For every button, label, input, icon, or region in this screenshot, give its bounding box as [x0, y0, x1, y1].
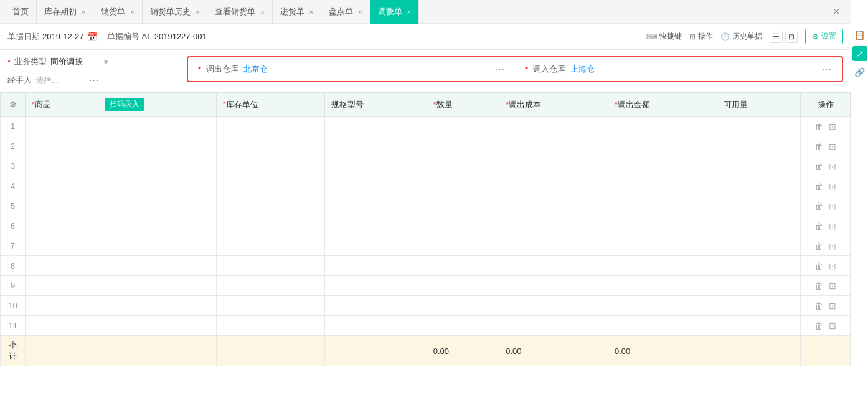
cell-qty — [427, 236, 499, 256]
cell-spec — [325, 276, 427, 296]
cell-qty — [427, 176, 499, 196]
cell-amount — [608, 236, 717, 256]
cell-product[interactable] — [26, 117, 98, 136]
delete-icon[interactable]: 🗑 — [814, 181, 823, 191]
copy-icon[interactable]: ⊡ — [829, 301, 836, 311]
copy-icon[interactable]: ⊡ — [829, 221, 836, 231]
table-row: 8 🗑 ⊡ — [1, 256, 851, 276]
cell-product[interactable] — [26, 176, 98, 196]
table-row: 2 🗑 ⊡ — [1, 136, 851, 156]
tab-sales-history[interactable]: 销货单历史 × — [143, 0, 207, 24]
delete-icon[interactable]: 🗑 — [814, 321, 823, 331]
cell-ops: 🗑 ⊡ — [801, 236, 851, 256]
calendar-icon[interactable]: 📅 — [87, 32, 97, 42]
cell-spec — [325, 196, 427, 216]
table-row: 9 🗑 ⊡ — [1, 276, 851, 296]
close-icon[interactable]: × — [407, 8, 411, 16]
layout-list-icon[interactable]: ☰ — [770, 31, 783, 43]
doc-no-label: 单据编号 — [107, 31, 139, 42]
copy-icon[interactable]: ⊡ — [829, 121, 836, 131]
tab-stocktake[interactable]: 盘点单 × — [321, 0, 370, 24]
delete-icon[interactable]: 🗑 — [814, 161, 823, 171]
table-row: 10 🗑 ⊡ — [1, 296, 851, 316]
delete-icon[interactable]: 🗑 — [814, 281, 823, 291]
cell-scan — [98, 117, 216, 136]
tab-sales-order[interactable]: 销货单 × — [93, 0, 142, 24]
delete-icon[interactable]: 🗑 — [814, 201, 823, 211]
cell-qty — [427, 156, 499, 176]
table-row: 7 🗑 ⊡ — [1, 236, 851, 256]
cell-product[interactable] — [26, 296, 98, 316]
delete-icon[interactable]: 🗑 — [814, 261, 823, 271]
handler-more-icon[interactable]: ··· — [89, 75, 99, 86]
cell-ops: 🗑 ⊡ — [801, 136, 851, 156]
row-num: 10 — [1, 296, 26, 316]
cell-product[interactable] — [26, 316, 98, 336]
cell-product[interactable] — [26, 276, 98, 296]
delete-icon[interactable]: 🗑 — [814, 121, 823, 131]
delete-icon[interactable]: 🗑 — [814, 221, 823, 231]
cell-product[interactable] — [26, 136, 98, 156]
delete-icon[interactable]: 🗑 — [814, 301, 823, 311]
tab-home[interactable]: 首页 — [5, 0, 37, 24]
cell-ops: 🗑 ⊡ — [801, 276, 851, 296]
business-type-label: 业务类型 — [14, 56, 47, 67]
cell-scan — [98, 296, 216, 316]
copy-icon[interactable]: ⊡ — [829, 241, 836, 251]
col-settings[interactable]: ⚙ — [1, 93, 26, 117]
cell-product[interactable] — [26, 156, 98, 176]
delete-icon[interactable]: 🗑 — [814, 141, 823, 151]
copy-icon[interactable]: ⊡ — [829, 321, 836, 331]
link-icon[interactable]: 🔗 — [852, 65, 867, 80]
table-row: 6 🗑 ⊡ — [1, 216, 851, 236]
cell-cost — [499, 296, 608, 316]
cell-product[interactable] — [26, 236, 98, 256]
handler-value[interactable]: 选择... — [35, 75, 85, 86]
delete-icon[interactable]: 🗑 — [814, 241, 823, 251]
history-icon: 🕐 — [720, 32, 730, 41]
copy-icon[interactable]: ⊡ — [829, 261, 836, 271]
date-value: 2019-12-27 — [42, 32, 84, 41]
tab-purchase[interactable]: 进货单 × — [273, 0, 321, 24]
tab-transfer[interactable]: 调拨单 × — [370, 0, 419, 24]
copy-icon[interactable]: ⊡ — [829, 141, 836, 151]
cell-available — [717, 156, 800, 176]
close-icon[interactable]: × — [82, 8, 85, 16]
cell-amount — [608, 156, 717, 176]
cell-product[interactable] — [26, 216, 98, 236]
cell-amount — [608, 296, 717, 316]
close-icon[interactable]: × — [358, 8, 362, 16]
row-num: 7 — [1, 236, 26, 256]
subtotal-amount: 0.00 — [608, 336, 717, 366]
copy-icon[interactable]: ⊡ — [829, 161, 836, 171]
close-icon[interactable]: × — [130, 8, 134, 16]
copy-icon[interactable]: ⊡ — [829, 181, 836, 191]
transfer-in-more-icon[interactable]: ··· — [822, 64, 832, 75]
notes-icon[interactable]: 📋 — [852, 27, 867, 42]
settings-button[interactable]: ⚙ 设置 — [805, 29, 843, 44]
business-type-value[interactable]: 同价调拨 — [50, 56, 100, 67]
transfer-in-value[interactable]: 上海仓 — [570, 64, 620, 75]
dropdown-arrow-icon[interactable]: ▾ — [104, 57, 108, 67]
transfer-out-value[interactable]: 北京仓 — [243, 64, 293, 75]
copy-icon[interactable]: ⊡ — [829, 201, 836, 211]
scan-input-button[interactable]: 扫码录入 — [105, 98, 144, 111]
operations-button[interactable]: ⊞ 操作 — [689, 31, 713, 42]
close-icon[interactable]: × — [309, 8, 313, 16]
close-icon[interactable]: × — [260, 8, 264, 16]
cell-product[interactable] — [26, 196, 98, 216]
cell-product[interactable] — [26, 256, 98, 276]
close-icon[interactable]: × — [196, 8, 199, 16]
tab-inventory-init[interactable]: 库存期初 × — [37, 0, 93, 24]
copy-icon[interactable]: ⊡ — [829, 281, 836, 291]
history-button[interactable]: 🕐 历史单据 — [720, 31, 762, 42]
shortcuts-button[interactable]: ⌨ 快捷键 — [646, 31, 682, 42]
tab-view-sales[interactable]: 查看销货单 × — [207, 0, 272, 24]
transfer-out-more-icon[interactable]: ··· — [495, 64, 505, 75]
window-close-button[interactable]: × — [828, 6, 846, 17]
cell-unit — [216, 316, 325, 336]
cell-unit — [216, 136, 325, 156]
cell-amount — [608, 276, 717, 296]
export-icon[interactable]: ↗ — [852, 46, 867, 61]
layout-grid-icon[interactable]: ⊟ — [785, 31, 798, 43]
